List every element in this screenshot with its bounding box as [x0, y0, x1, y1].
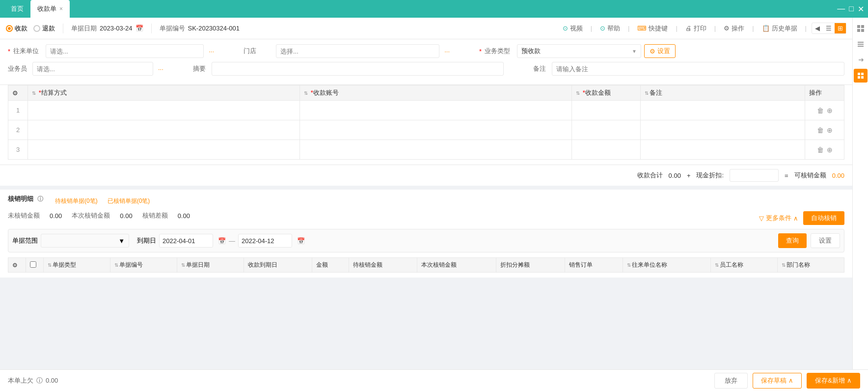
business-select[interactable]: 预收款 ▼	[517, 44, 641, 58]
help-label: 帮助	[607, 24, 620, 33]
close-btn[interactable]: ✕	[858, 4, 864, 14]
date-from-input[interactable]	[159, 234, 213, 248]
calendar-icon[interactable]: 📅	[136, 25, 143, 32]
divider-2	[151, 24, 152, 33]
toolbar-right: ⊙ 视频 | ⊙ 帮助 | ⌨ 快捷键 | 🖨 打印 | ⚙ 操作	[560, 22, 846, 35]
row-1-account[interactable]	[300, 101, 572, 120]
copy-icon-1[interactable]: ⊕	[827, 107, 833, 114]
col-dept: ⇅部门名称	[777, 258, 844, 273]
counterpart-input[interactable]	[46, 44, 204, 58]
save-btn[interactable]: 保存&新增 ∧	[807, 373, 860, 389]
date-to-input[interactable]	[238, 234, 292, 248]
salesperson-input[interactable]	[32, 62, 153, 76]
radio-collection[interactable]: 收款	[6, 24, 27, 33]
shop-input[interactable]	[276, 44, 439, 58]
copy-icon-3[interactable]: ⊕	[827, 146, 833, 154]
table-row: 1 🗑 ⊕	[8, 101, 844, 120]
row-3-action: 🗑 ⊕	[805, 140, 844, 160]
maximize-btn[interactable]: □	[849, 4, 854, 13]
col-current: 本次核销金额	[417, 258, 496, 273]
right-sidebar	[852, 18, 868, 391]
select-all-checkbox[interactable]	[30, 261, 36, 268]
shortcut-btn[interactable]: ⌨ 快捷键	[634, 22, 671, 35]
auto-reconcile-btn[interactable]: 自动核销	[803, 211, 844, 225]
query-btn[interactable]: 查询	[778, 233, 807, 248]
delete-icon-1[interactable]: 🗑	[817, 107, 824, 114]
salesperson-more-icon[interactable]: ···	[158, 65, 163, 73]
more-conditions-label: 更多条件	[766, 214, 791, 223]
delete-icon-2[interactable]: 🗑	[817, 126, 824, 134]
radio-collection-dot	[6, 25, 13, 32]
collection-total-label: 收款合计	[637, 171, 663, 180]
info-icon[interactable]: ⓘ	[37, 195, 43, 203]
shop-more-icon[interactable]: ···	[444, 48, 450, 55]
row-2-account[interactable]	[300, 120, 572, 140]
note-info-icon[interactable]: ⓘ	[36, 376, 43, 385]
row-1-settlement[interactable]	[28, 101, 300, 120]
discard-label: 放弃	[725, 377, 737, 384]
business-value: 预收款	[521, 47, 541, 56]
calendar-from-icon[interactable]: 📅	[218, 237, 226, 245]
row-3-account[interactable]	[300, 140, 572, 160]
col-settings[interactable]: ⚙	[8, 258, 26, 273]
settings-col-header[interactable]: ⚙	[8, 85, 28, 101]
tab-close-icon[interactable]: ×	[59, 5, 63, 12]
amount-col-header: ⇅ *收款金额	[572, 85, 641, 101]
reconcile-table: ⚙ ⇅单据类型 ⇅单据编号 ⇅单据日期 收款到期日 金额 待核销金	[8, 257, 844, 273]
layout-btn-prev[interactable]: ◀	[812, 23, 823, 33]
copy-icon-2[interactable]: ⊕	[827, 126, 833, 134]
pending-tab[interactable]: 待核销单据(0笔)	[51, 196, 102, 206]
svg-rect-0	[857, 25, 860, 28]
row-2-amount[interactable]	[572, 120, 641, 140]
svg-rect-1	[861, 25, 864, 28]
layout-btn-list[interactable]: ☰	[823, 23, 835, 33]
history-btn[interactable]: 📋 历史单据	[759, 22, 800, 35]
business-label: 业务类型	[485, 47, 514, 56]
tab-home[interactable]: 首页	[4, 0, 30, 18]
business-required: *	[479, 48, 482, 55]
range-select[interactable]: ▼	[41, 234, 129, 248]
settings-button[interactable]: ⚙ 设置	[644, 44, 676, 58]
divider-1	[63, 24, 63, 33]
row-2-settlement[interactable]	[28, 120, 300, 140]
minimize-btn[interactable]: —	[837, 4, 845, 13]
done-tab[interactable]: 已核销单据(0笔)	[104, 196, 154, 206]
print-btn[interactable]: 🖨 打印	[682, 22, 709, 35]
summary-input[interactable]	[212, 62, 504, 76]
help-btn[interactable]: ⊙ 帮助	[597, 22, 623, 35]
calendar-to-icon[interactable]: 📅	[297, 237, 305, 245]
delete-icon-3[interactable]: 🗑	[817, 146, 824, 154]
layout-btns: ◀ ☰ ⊞	[812, 23, 846, 34]
row-2-remark[interactable]	[641, 120, 805, 140]
row-1-amount[interactable]	[572, 101, 641, 120]
layout-btn-grid[interactable]: ⊞	[835, 23, 846, 33]
row-3-amount[interactable]	[572, 140, 641, 160]
table-settings-icon[interactable]: ⚙	[12, 89, 18, 97]
counterpart-more-icon[interactable]: ···	[209, 48, 214, 55]
draft-btn[interactable]: 保存草稿 ∧	[753, 373, 802, 389]
discount-input[interactable]	[730, 169, 779, 182]
reconcile-settings-btn[interactable]: 设置	[811, 233, 840, 248]
video-btn[interactable]: ⊙ 视频	[560, 22, 586, 35]
discard-btn[interactable]: 放弃	[714, 373, 748, 389]
more-conditions-btn[interactable]: ▽ 更多条件 ∧	[759, 214, 798, 223]
sidebar-icon-1[interactable]	[854, 22, 868, 35]
row-3-remark[interactable]	[641, 140, 805, 160]
date-separator: —	[229, 237, 235, 245]
draft-label: 保存草稿	[761, 376, 787, 385]
col-discount: 折扣分摊额	[496, 258, 565, 273]
remark-input[interactable]	[552, 62, 844, 76]
verifiable-value: 0.00	[832, 172, 844, 179]
row-1-remark[interactable]	[641, 101, 805, 120]
row-3-settlement[interactable]	[28, 140, 300, 160]
date-label: 单据日期	[71, 24, 97, 33]
row-number-3: 3	[8, 140, 28, 160]
sidebar-icon-2[interactable]	[854, 37, 868, 51]
tab-active[interactable]: 收款单 ×	[30, 0, 70, 18]
col-due-date: 收款到期日	[244, 258, 312, 273]
radio-refund[interactable]: 退款	[33, 24, 55, 33]
operation-btn[interactable]: ⚙ 操作	[721, 22, 747, 35]
sidebar-icon-4[interactable]	[854, 69, 868, 83]
sidebar-icon-3[interactable]	[854, 53, 868, 67]
history-icon: 📋	[762, 25, 770, 32]
